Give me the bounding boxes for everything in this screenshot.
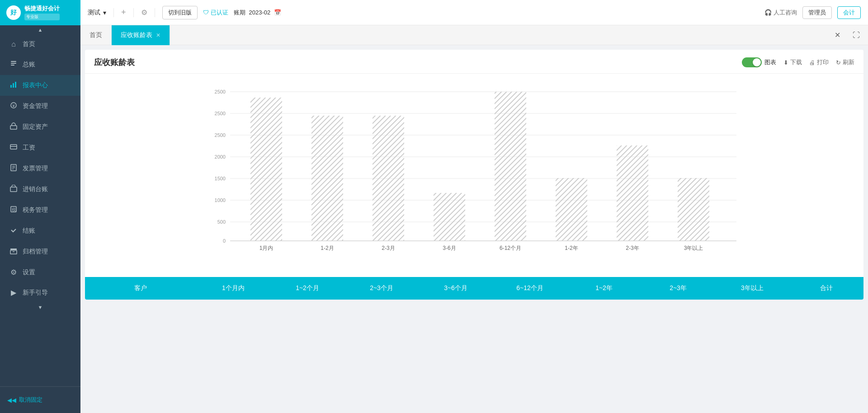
bar-1-2nian bbox=[556, 178, 587, 241]
svg-rect-5 bbox=[15, 82, 16, 88]
col-1m: 1个月内 bbox=[196, 277, 270, 300]
svg-text:2-3月: 2-3月 bbox=[382, 245, 395, 251]
accounting-period: 账期 2023-02 📅 bbox=[234, 9, 282, 17]
company-name: 测试 bbox=[88, 9, 100, 17]
sidebar-item-archive[interactable]: 归档管理 bbox=[0, 241, 80, 262]
close-panel-btn[interactable]: ✕ bbox=[830, 28, 844, 42]
sidebar: 好 畅捷通好会计 专业版 ▲ ⌂ 首页 总账 报表中心 bbox=[0, 0, 80, 413]
refresh-icon: ↻ bbox=[836, 59, 841, 66]
sidebar-item-salary[interactable]: 工资 bbox=[0, 137, 80, 158]
svg-text:1-2月: 1-2月 bbox=[321, 245, 334, 251]
app-name: 畅捷通好会计 bbox=[24, 5, 60, 13]
table-header: 客户 1个月内 1~2个月 2~3个月 3~6个月 6~12个月 1~2年 2~… bbox=[85, 277, 863, 300]
content-inner: 应收账龄表 图表 ⬇ 下载 🖨 打印 bbox=[85, 50, 863, 300]
sidebar-item-funds[interactable]: ¥ 资金管理 bbox=[0, 96, 80, 117]
company-dropdown-icon: ▾ bbox=[103, 9, 106, 16]
download-icon: ⬇ bbox=[783, 59, 788, 66]
archive-icon bbox=[9, 247, 18, 256]
col-total: 合计 bbox=[789, 277, 863, 300]
sidebar-logo: 好 畅捷通好会计 专业版 bbox=[0, 0, 80, 25]
col-customer: 客户 bbox=[85, 277, 196, 300]
svg-text:2-3年: 2-3年 bbox=[626, 245, 639, 251]
svg-text:1000: 1000 bbox=[215, 197, 226, 203]
role-btn[interactable]: 会计 bbox=[837, 6, 861, 19]
topbar-divider-3 bbox=[155, 8, 155, 17]
chart-toggle[interactable] bbox=[742, 57, 762, 67]
cancel-fixed-btn[interactable]: ◀◀ 取消固定 bbox=[0, 391, 80, 408]
shield-icon: 🛡 bbox=[203, 9, 209, 16]
page-header: 应收账龄表 图表 ⬇ 下载 🖨 打印 bbox=[85, 50, 863, 74]
topbar: 测试 ▾ + ⚙ 切到旧版 🛡 已认证 账期 2023-02 📅 🎧 人工咨询 … bbox=[80, 0, 868, 25]
add-company-btn[interactable]: + bbox=[121, 8, 126, 17]
user-btn[interactable]: 管理员 bbox=[802, 6, 832, 19]
topbar-divider-2 bbox=[133, 8, 134, 17]
tabbar: 首页 应收账龄表 ✕ ✕ ⛶ bbox=[80, 25, 868, 45]
svg-rect-4 bbox=[13, 83, 14, 88]
content-area: 应收账龄表 图表 ⬇ 下载 🖨 打印 bbox=[80, 45, 868, 413]
col-3-6m: 3~6个月 bbox=[419, 277, 493, 300]
bar-3-6yue bbox=[434, 193, 465, 241]
guide-icon: ▶ bbox=[9, 288, 18, 297]
tabbar-right: ✕ ⛶ bbox=[830, 28, 868, 42]
page-actions: 图表 ⬇ 下载 🖨 打印 ↻ 刷新 bbox=[742, 57, 854, 67]
refresh-btn[interactable]: ↻ 刷新 bbox=[836, 58, 854, 66]
sidebar-item-guide[interactable]: ▶ 新手引导 bbox=[0, 282, 80, 303]
app-logo-icon: 好 bbox=[6, 5, 21, 20]
svg-rect-8 bbox=[10, 126, 17, 129]
sidebar-item-settings[interactable]: ⚙ 设置 bbox=[0, 262, 80, 282]
svg-text:¥: ¥ bbox=[12, 103, 15, 108]
sidebar-nav: ▲ ⌂ 首页 总账 报表中心 ¥ 资金管理 bbox=[0, 25, 80, 386]
tab-home[interactable]: 首页 bbox=[80, 25, 112, 45]
chart-area: 2500 2500 2500 2000 1500 1000 500 0 bbox=[85, 74, 863, 277]
table-area: 客户 1个月内 1~2个月 2~3个月 3~6个月 6~12个月 1~2年 2~… bbox=[85, 277, 863, 300]
topbar-divider-1 bbox=[113, 8, 114, 17]
col-2-3m: 2~3个月 bbox=[344, 277, 419, 300]
col-6-12m: 6~12个月 bbox=[493, 277, 567, 300]
sidebar-item-invoice[interactable]: 发票管理 bbox=[0, 158, 80, 179]
invoice-icon bbox=[9, 164, 18, 173]
tab-close-btn[interactable]: ✕ bbox=[156, 32, 160, 38]
sidebar-item-home[interactable]: ⌂ 首页 bbox=[0, 34, 80, 54]
svg-text:1500: 1500 bbox=[215, 176, 226, 181]
bar-1-2yue bbox=[311, 116, 343, 241]
sidebar-scroll-down[interactable]: ▼ bbox=[0, 303, 80, 312]
svg-text:1-2年: 1-2年 bbox=[565, 245, 578, 251]
bar-chart: 2500 2500 2500 2000 1500 1000 500 0 bbox=[99, 83, 850, 263]
svg-text:2000: 2000 bbox=[215, 154, 226, 160]
page-title: 应收账龄表 bbox=[94, 57, 135, 68]
print-btn[interactable]: 🖨 打印 bbox=[809, 58, 829, 66]
calendar-icon[interactable]: 📅 bbox=[274, 9, 281, 16]
sidebar-item-reports[interactable]: 报表中心 bbox=[0, 75, 80, 96]
svg-rect-3 bbox=[10, 85, 12, 88]
sidebar-item-tax[interactable]: 税 税务管理 bbox=[0, 200, 80, 221]
expand-btn[interactable]: ⛶ bbox=[849, 28, 863, 42]
tab-ar-aging[interactable]: 应收账龄表 ✕ bbox=[112, 25, 170, 45]
sidebar-scroll-up[interactable]: ▲ bbox=[0, 25, 80, 34]
svg-text:500: 500 bbox=[217, 219, 226, 225]
sidebar-item-inventory[interactable]: 进销台账 bbox=[0, 179, 80, 200]
sidebar-item-close[interactable]: 结账 bbox=[0, 221, 80, 241]
settings-icon: ⚙ bbox=[9, 268, 18, 277]
download-btn[interactable]: ⬇ 下载 bbox=[783, 58, 802, 66]
svg-rect-9 bbox=[10, 145, 17, 149]
col-1-2m: 1~2个月 bbox=[270, 277, 344, 300]
svg-rect-18 bbox=[10, 249, 17, 250]
chart-toggle-label: 图表 bbox=[764, 58, 776, 66]
switch-version-btn[interactable]: 切到旧版 bbox=[162, 6, 198, 19]
sidebar-item-assets[interactable]: 固定资产 bbox=[0, 117, 80, 137]
svg-text:税: 税 bbox=[12, 207, 16, 212]
toggle-knob bbox=[753, 58, 761, 66]
col-3y-plus: 3年以上 bbox=[715, 277, 789, 300]
sidebar-item-ledger[interactable]: 总账 bbox=[0, 54, 80, 75]
company-selector[interactable]: 测试 ▾ bbox=[88, 9, 106, 17]
settings-gear-btn[interactable]: ⚙ bbox=[141, 8, 147, 17]
human-service-btn[interactable]: 🎧 人工咨询 bbox=[764, 9, 797, 17]
reports-icon bbox=[9, 81, 18, 90]
svg-text:2500: 2500 bbox=[215, 111, 226, 116]
funds-icon: ¥ bbox=[9, 102, 18, 111]
svg-text:1月内: 1月内 bbox=[259, 245, 274, 251]
svg-text:2500: 2500 bbox=[215, 89, 226, 94]
svg-rect-15 bbox=[10, 187, 17, 192]
svg-rect-2 bbox=[11, 65, 14, 66]
print-icon: 🖨 bbox=[809, 59, 815, 66]
